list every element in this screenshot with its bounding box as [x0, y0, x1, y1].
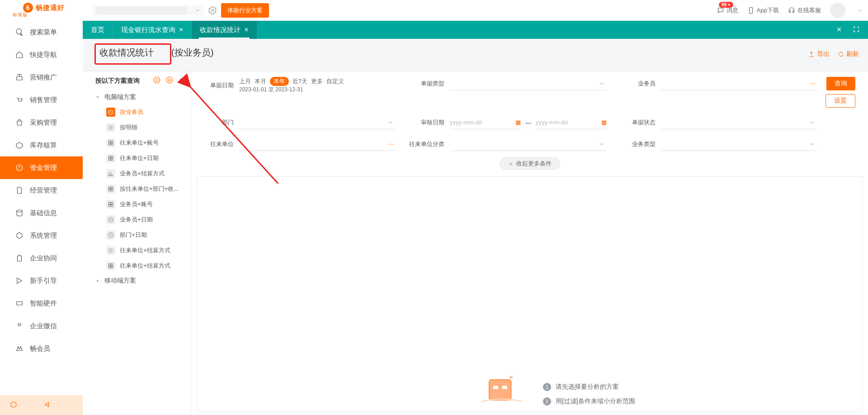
date-tab-chip[interactable]: 更多: [311, 77, 323, 85]
tab-close-icon[interactable]: ×: [179, 26, 183, 34]
caret-down-icon: [95, 95, 100, 99]
query-button[interactable]: 查询: [826, 77, 855, 90]
chevron-down-icon: [195, 8, 200, 13]
clip-icon: [15, 254, 24, 262]
cart-icon: [15, 96, 24, 104]
svg-rect-16: [108, 189, 110, 191]
bag-icon: [15, 118, 24, 127]
field-dept[interactable]: 部门: [193, 116, 396, 129]
svg-rect-30: [502, 386, 507, 389]
chevron-down-icon: [809, 119, 816, 126]
collapse-panel-button[interactable]: [178, 76, 185, 85]
sidebar-item-0[interactable]: 搜索菜单: [0, 21, 83, 43]
tab-0[interactable]: 首页: [83, 21, 113, 39]
footer-gear-icon[interactable]: [10, 401, 17, 410]
scheme-settings-button[interactable]: [165, 76, 174, 85]
date-tab-chip[interactable]: 近7天: [292, 77, 307, 85]
tab-close-icon[interactable]: ×: [244, 26, 248, 34]
tab-close-all-button[interactable]: [835, 26, 843, 34]
export-button[interactable]: 导出: [808, 50, 830, 58]
footer-sound-icon[interactable]: [44, 401, 52, 410]
hw-icon: [15, 299, 24, 307]
scheme-item-10[interactable]: 往来单位+结算方式: [83, 258, 191, 274]
sidebar-item-3[interactable]: 销售管理: [0, 89, 83, 111]
sidebar-item-10[interactable]: 企业协同: [0, 247, 83, 269]
scheme-item-5[interactable]: 按往来单位+部门+收...: [83, 181, 191, 197]
setting-button[interactable]: 设置: [826, 94, 855, 108]
svg-rect-0: [750, 7, 753, 13]
scheme-group-1[interactable]: 移动端方案: [83, 274, 191, 288]
scheme-item-9[interactable]: 往来单位+结算方式: [83, 243, 191, 258]
collapse-conditions-button[interactable]: 收起更多条件: [500, 157, 560, 170]
scheme-item-6[interactable]: 业务员+账号: [83, 197, 191, 212]
date-tab-chip[interactable]: 自定义: [326, 77, 344, 85]
sidebar-item-7[interactable]: 经营管理: [0, 179, 83, 202]
scheme-panel: 按以下方案查询 电脑端方案按业务员按明细往来单位+账号往来单位+日期业务员+结算…: [83, 71, 191, 415]
scheme-item-2[interactable]: 往来单位+账号: [83, 135, 191, 151]
sidebar-item-5[interactable]: 库存核算: [0, 134, 83, 156]
chevron-down-icon: [387, 119, 394, 126]
scheme-item-0[interactable]: 按业务员: [83, 104, 191, 120]
audit-date-from[interactable]: yyyy-mm-dd▦: [450, 116, 521, 129]
svg-rect-18: [108, 202, 110, 204]
field-biz-type[interactable]: 业务类型: [615, 137, 817, 151]
svg-rect-7: [111, 141, 113, 142]
sidebar-item-12[interactable]: 智能硬件: [0, 292, 83, 315]
avatar[interactable]: [830, 3, 845, 18]
sidebar-item-9[interactable]: 系统管理: [0, 224, 83, 247]
experience-button[interactable]: 体验行业方案: [221, 3, 269, 18]
add-scheme-button[interactable]: [153, 76, 161, 85]
chevron-double-left-icon: [178, 76, 185, 84]
app-download-button[interactable]: App下载: [747, 6, 779, 14]
tab-2[interactable]: 收款情况统计×: [192, 21, 257, 39]
field-vendor-category[interactable]: 往来单位分类: [404, 137, 606, 151]
sidebar-item-13[interactable]: 企业微信: [0, 315, 83, 337]
svg-point-3: [166, 77, 173, 83]
robot-illustration: [476, 368, 526, 408]
sidebar-item-6[interactable]: 资金管理: [0, 156, 83, 179]
coin-icon: [15, 164, 24, 172]
tab-1[interactable]: 现金银行流水查询×: [113, 21, 192, 39]
date-tab-chip[interactable]: 本月: [255, 77, 266, 85]
org-selector[interactable]: [93, 5, 204, 15]
brand-area: 6 畅捷通好 标准版: [0, 0, 83, 21]
sidebar-item-2[interactable]: 营销推广: [0, 66, 83, 89]
phone-icon: [747, 7, 755, 14]
settings-gear-button[interactable]: [206, 4, 219, 17]
svg-point-4: [169, 79, 171, 81]
sidebar-item-4[interactable]: 采购管理: [0, 111, 83, 134]
svg-rect-26: [108, 266, 110, 268]
close-icon: [835, 26, 843, 33]
svg-rect-12: [108, 159, 110, 160]
sidebar-item-8[interactable]: 基础信息: [0, 202, 83, 224]
svg-rect-29: [493, 386, 498, 389]
scheme-item-4[interactable]: 业务员+结算方式: [83, 166, 191, 181]
sys-icon: [15, 231, 24, 240]
audit-date-to[interactable]: yyyy-mm-dd▦: [536, 116, 607, 129]
sidebar-item-14[interactable]: 畅会员: [0, 337, 83, 360]
chat-icon: [717, 7, 724, 14]
field-salesperson[interactable]: 业务员 ⋯: [615, 77, 817, 90]
date-tab-chip[interactable]: 本年: [270, 77, 289, 86]
bars-icon: [106, 246, 115, 255]
gear-icon: [208, 6, 217, 14]
service-button[interactable]: 在线客服: [788, 6, 821, 14]
step-1-text: 请先选择要分析的方案: [556, 383, 619, 391]
fullscreen-button[interactable]: [853, 26, 860, 34]
sidebar-item-11[interactable]: 新手引导: [0, 269, 83, 292]
field-vendor[interactable]: 往来单位 ⋯: [193, 137, 396, 151]
field-status[interactable]: 单据状态: [615, 116, 817, 129]
gear-circle-icon: [165, 76, 174, 84]
svg-rect-10: [108, 156, 110, 158]
scheme-item-7[interactable]: 业务员+日期: [83, 212, 191, 227]
scheme-group-0[interactable]: 电脑端方案: [83, 90, 191, 104]
field-doc-type[interactable]: 单据类型: [404, 77, 606, 90]
scheme-item-1[interactable]: 按明细: [83, 120, 191, 135]
sidebar-item-1[interactable]: 快捷导航: [0, 43, 83, 66]
refresh-button[interactable]: 刷新: [838, 50, 859, 58]
svg-rect-24: [108, 264, 110, 265]
message-button[interactable]: 99 + 消息: [717, 6, 738, 14]
date-tab-chip[interactable]: 上月: [239, 77, 251, 85]
scheme-item-3[interactable]: 往来单位+日期: [83, 151, 191, 166]
scheme-item-8[interactable]: 部门+日期: [83, 227, 191, 243]
